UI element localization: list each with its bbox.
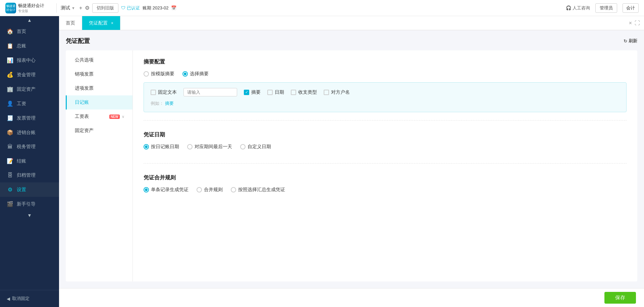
sidebar-item-reports[interactable]: 📊 报表中心 [0, 53, 59, 68]
checkbox-date[interactable]: 日期 [267, 89, 284, 95]
role-button[interactable]: 会计 [623, 3, 639, 13]
project-selector[interactable]: 测试 ▼ [61, 5, 75, 11]
checkbox-date-label: 日期 [275, 89, 284, 95]
user-button[interactable]: 管理员 [595, 3, 617, 13]
refresh-button[interactable]: ↻ 刷新 [624, 38, 637, 44]
calendar-icon[interactable]: 📅 [171, 5, 176, 10]
radio-select-label: 选择摘要 [190, 71, 209, 77]
ledger-icon: 📋 [7, 43, 13, 49]
sidebar-label-guide: 新手引导 [17, 201, 36, 207]
page-title-text: 凭证配置 [66, 37, 90, 45]
merge-radio-rule[interactable]: 合并规则 [197, 187, 223, 193]
config-nav-public[interactable]: 公共选项 [66, 53, 132, 67]
sidebar-item-close[interactable]: 📝 结账 [0, 154, 59, 168]
summary-radio-select[interactable]: 选择摘要 [182, 71, 209, 77]
shield-icon: 🛡 [121, 5, 125, 10]
sidebar-item-sales[interactable]: 📦 进销台账 [0, 125, 59, 140]
sidebar-item-ledger[interactable]: 📋 总账 [0, 39, 59, 53]
top-bar: 畅捷通好会计 畅捷通好会计 专业版 测试 ▼ + ⚙ 切到旧版 🛡 已认证 账期… [0, 0, 644, 16]
company-logo-area: 畅捷通好会计 畅捷通好会计 专业版 [5, 3, 52, 13]
config-nav-purchase-invoice-label: 进项发票 [75, 85, 94, 91]
sidebar-item-tax[interactable]: 🏛 税务管理 [0, 140, 59, 154]
sidebar-item-salary[interactable]: 👤 工资 [0, 96, 59, 111]
page-content: 凭证配置 ↻ 刷新 公共选项 销项发票 进项发票 [59, 30, 644, 288]
sidebar-item-home[interactable]: 🏠 首页 [0, 24, 59, 39]
checkbox-fixed-text[interactable]: 固定文本 [151, 89, 177, 95]
settings-icon[interactable]: ⚙ [85, 5, 90, 11]
example-row: 例如： 摘要 [151, 100, 620, 106]
config-nav-sales-invoice[interactable]: 销项发票 [66, 67, 132, 81]
date-radio-group: 按日记账日期 对应期间最后一天 自定义日期 [144, 144, 627, 150]
summary-radio-template[interactable]: 按模版摘要 [144, 71, 174, 77]
reports-icon: 📊 [7, 57, 13, 63]
page-title-row: 凭证配置 ↻ 刷新 [66, 37, 637, 45]
main-layout: ▲ 🏠 首页 📋 总账 📊 报表中心 💰 资金管理 🏢 固定资产 👤 工资 🧾 … [0, 16, 644, 307]
top-bar-actions: + ⚙ 切到旧版 🛡 已认证 账期 2023-02 📅 [79, 3, 176, 13]
merge-radio-select-summary[interactable]: 按照选择汇总生成凭证 [231, 187, 285, 193]
config-nav: 公共选项 销项发票 进项发票 日记账 工资表 [66, 50, 133, 281]
project-name: 测试 [61, 5, 70, 11]
config-nav-purchase-invoice[interactable]: 进项发票 [66, 81, 132, 95]
switch-old-version-button[interactable]: 切到旧版 [92, 3, 118, 13]
merge-radio-single[interactable]: 单条记录生成凭证 [144, 187, 189, 193]
tab-home[interactable]: 首页 [59, 16, 82, 30]
radio-template-circle [144, 71, 149, 77]
add-icon[interactable]: + [79, 5, 82, 11]
radio-custom-date-label: 自定义日期 [248, 144, 271, 150]
date-radio-custom[interactable]: 自定义日期 [240, 144, 271, 150]
sidebar-label-ledger: 总账 [17, 43, 26, 49]
config-nav-sales-invoice-label: 销项发票 [75, 71, 94, 77]
date-radio-period-last[interactable]: 对应期间最后一天 [187, 144, 232, 150]
certified-label: 已认证 [127, 5, 140, 11]
radio-journal-date-label: 按日记账日期 [151, 144, 179, 150]
app-name: 畅捷通好会计 [18, 3, 44, 9]
headset-icon: 🎧 [566, 5, 571, 10]
sidebar-item-guide[interactable]: 🎬 新手引导 [0, 197, 59, 211]
config-nav-fixed-assets[interactable]: 固定资产 [66, 124, 132, 138]
config-nav-journal[interactable]: 日记账 [66, 95, 132, 109]
fixed-text-input[interactable] [183, 88, 237, 96]
sidebar-label-tax: 税务管理 [17, 144, 36, 150]
tab-voucher-config[interactable]: 凭证配置 × [82, 16, 120, 30]
radio-merge-rule-circle [197, 187, 202, 192]
sidebar-label-home: 首页 [17, 29, 26, 35]
date-radio-journal[interactable]: 按日记账日期 [144, 144, 179, 150]
sidebar-item-invoice[interactable]: 🧾 发票管理 [0, 111, 59, 125]
checkbox-income-type-label: 收支类型 [298, 89, 317, 95]
collapse-sidebar-button[interactable]: ◀ 取消固定 [0, 293, 59, 304]
sales-icon: 📦 [7, 129, 13, 136]
sidebar-item-assets[interactable]: 🏢 固定资产 [0, 82, 59, 96]
archive-icon: 🗄 [7, 172, 13, 178]
refresh-icon: ↻ [624, 39, 627, 44]
fullscreen-icon[interactable]: ⛶ [635, 20, 640, 26]
checkbox-income-type[interactable]: 收支类型 [291, 89, 317, 95]
tab-close-icon[interactable]: × [111, 21, 113, 26]
checkbox-counterparty[interactable]: 对方户名 [324, 89, 350, 95]
refresh-label: 刷新 [629, 38, 637, 44]
config-nav-payroll[interactable]: 工资表 NEW ∨ [66, 109, 132, 124]
checkbox-counterparty-box [324, 90, 329, 95]
sidebar-bottom: ◀ 取消固定 [0, 290, 59, 307]
certified-badge: 🛡 已认证 [121, 5, 140, 11]
sidebar-item-archive[interactable]: 🗄 归档管理 [0, 168, 59, 182]
config-nav-fixed-assets-label: 固定资产 [75, 128, 94, 133]
sidebar-label-capital: 资金管理 [17, 72, 36, 78]
summary-radio-group: 按模版摘要 选择摘要 [144, 71, 627, 77]
scroll-up-arrow[interactable]: ▲ [0, 16, 59, 24]
checkbox-fixed-text-box [151, 90, 156, 95]
close-all-icon[interactable]: × [629, 20, 632, 26]
radio-period-last-label: 对应期间最后一天 [195, 144, 232, 150]
app-logo: 畅捷通好会计 [5, 3, 16, 13]
date-section: 凭证日期 按日记账日期 对应期间最后一天 [144, 131, 627, 164]
sidebar-item-settings[interactable]: ⚙ 设置 [0, 182, 59, 197]
scroll-down-arrow[interactable]: ▼ [0, 211, 59, 219]
checkbox-fixed-text-label: 固定文本 [158, 89, 177, 95]
checkbox-summary[interactable]: ✓ 摘要 [244, 89, 261, 95]
human-consult-button[interactable]: 🎧 人工咨询 [566, 5, 590, 11]
radio-select-summary-label: 按照选择汇总生成凭证 [238, 187, 285, 193]
save-button[interactable]: 保存 [604, 292, 636, 304]
example-value: 摘要 [165, 101, 174, 106]
sidebar-label-archive: 归档管理 [17, 172, 36, 178]
divider-1 [56, 3, 57, 13]
sidebar-item-capital[interactable]: 💰 资金管理 [0, 68, 59, 82]
